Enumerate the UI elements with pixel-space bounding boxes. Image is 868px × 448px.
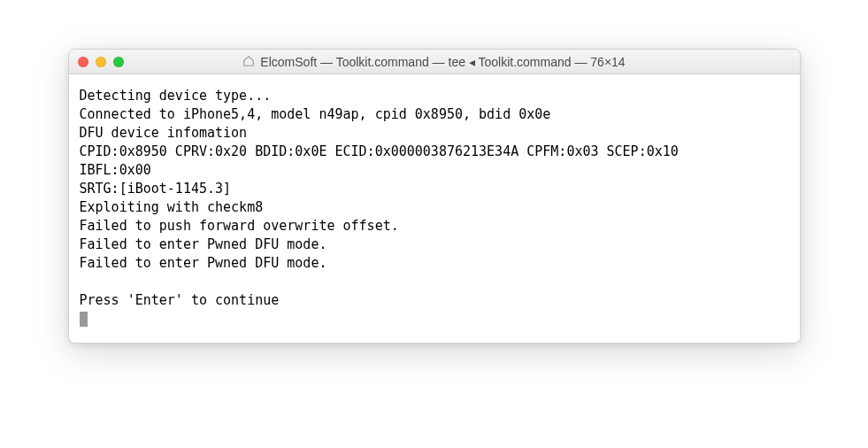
- terminal-line: Connected to iPhone5,4, model n49ap, cpi…: [80, 105, 789, 124]
- terminal-line: [80, 273, 789, 291]
- terminal-line: SRTG:[iBoot-1145.3]: [80, 180, 789, 198]
- terminal-line: DFU device infomation: [80, 124, 789, 143]
- terminal-line: Failed to enter Pwned DFU mode.: [80, 236, 789, 254]
- terminal-line: Press 'Enter' to continue: [80, 291, 789, 310]
- terminal-line: Failed to enter Pwned DFU mode.: [80, 254, 789, 273]
- home-icon: [242, 55, 255, 69]
- terminal-cursor: [80, 312, 88, 327]
- terminal-window: ElcomSoft — Toolkit.command — tee ◂ Tool…: [68, 49, 801, 344]
- window-title: ElcomSoft — Toolkit.command — tee ◂ Tool…: [260, 55, 625, 69]
- window-titlebar[interactable]: ElcomSoft — Toolkit.command — tee ◂ Tool…: [69, 50, 800, 74]
- title-wrap: ElcomSoft — Toolkit.command — tee ◂ Tool…: [78, 55, 791, 69]
- terminal-output[interactable]: Detecting device type...Connected to iPh…: [69, 74, 800, 343]
- terminal-line: Exploiting with checkm8: [80, 198, 789, 217]
- terminal-line: Detecting device type...: [80, 87, 789, 105]
- terminal-line: CPID:0x8950 CPRV:0x20 BDID:0x0E ECID:0x0…: [80, 143, 789, 161]
- terminal-line: IBFL:0x00: [80, 161, 789, 180]
- terminal-line: Failed to push forward overwrite offset.: [80, 217, 789, 236]
